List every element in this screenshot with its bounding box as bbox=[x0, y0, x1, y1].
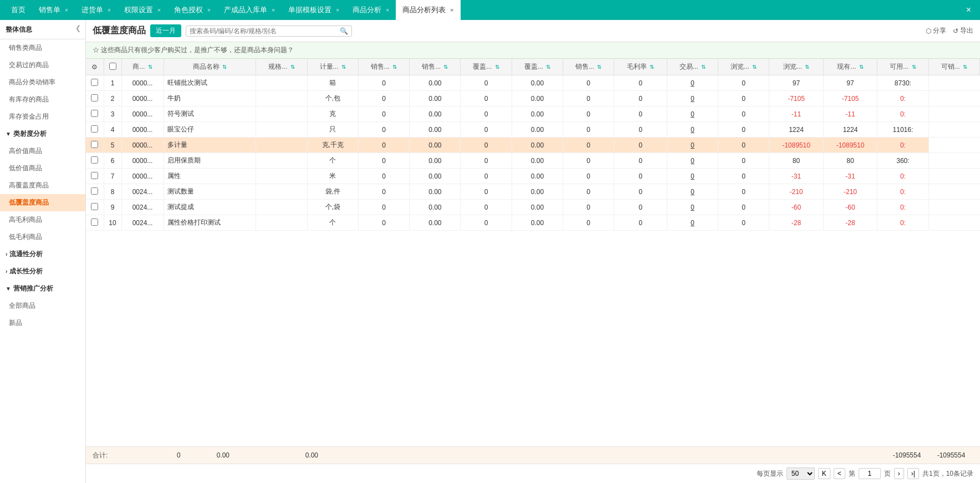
sidebar-item-high-coverage[interactable]: 高覆盖度商品 bbox=[0, 177, 85, 194]
sidebar-item-high-profit[interactable]: 高毛利商品 bbox=[0, 211, 85, 228]
col-unit[interactable]: 计量... ⇅ bbox=[307, 59, 358, 75]
close-roles-tab[interactable]: × bbox=[207, 7, 211, 13]
nav-tab-roles[interactable]: 角色授权 × bbox=[167, 0, 217, 20]
nav-tab-analysis[interactable]: 商品分析 × bbox=[346, 0, 396, 20]
sort-available-icon[interactable]: ⇅ bbox=[912, 64, 916, 70]
sidebar-item-high-value[interactable]: 高价值商品 bbox=[0, 143, 85, 160]
col-spec[interactable]: 规格... ⇅ bbox=[256, 59, 307, 75]
close-permissions-tab[interactable]: × bbox=[157, 7, 161, 13]
nav-tab-templates[interactable]: 单据模板设置 × bbox=[282, 0, 346, 20]
row-checkbox[interactable] bbox=[91, 218, 98, 226]
row-checkbox[interactable] bbox=[91, 125, 98, 133]
col-current[interactable]: 现有... ⇅ bbox=[823, 59, 877, 75]
browse-link[interactable]: 0 bbox=[691, 110, 695, 118]
sort-name-icon[interactable]: ⇅ bbox=[222, 64, 227, 70]
sort-sales2-icon[interactable]: ⇅ bbox=[443, 64, 448, 70]
col-sales1[interactable]: 销售... ⇅ bbox=[358, 59, 409, 75]
nav-tab-home[interactable]: 首页 bbox=[4, 0, 32, 20]
sort-trade-icon[interactable]: ⇅ bbox=[701, 64, 706, 70]
sort-cov2-icon[interactable]: ⇅ bbox=[546, 64, 550, 70]
col-name[interactable]: 商品名称 ⇅ bbox=[164, 59, 256, 75]
col-sellable[interactable]: 可销... ⇅ bbox=[928, 59, 979, 75]
browse-link[interactable]: 0 bbox=[691, 204, 695, 211]
nav-tab-permissions[interactable]: 权限设置 × bbox=[118, 0, 167, 20]
browse-link[interactable]: 0 bbox=[691, 141, 695, 149]
share-button[interactable]: ⬡ 分享 bbox=[926, 26, 946, 35]
select-all-checkbox[interactable] bbox=[109, 63, 116, 70]
page-input[interactable] bbox=[859, 468, 881, 479]
sort-sales3-icon[interactable]: ⇅ bbox=[597, 64, 601, 70]
row-checkbox[interactable] bbox=[91, 110, 98, 117]
col-cov2[interactable]: 覆盖... ⇅ bbox=[512, 59, 563, 75]
settings-icon[interactable]: ⚙ bbox=[91, 63, 98, 71]
nav-tab-sales[interactable]: 销售单 × bbox=[32, 0, 75, 20]
row-checkbox[interactable] bbox=[91, 203, 98, 210]
sidebar-item-low-coverage[interactable]: 低覆盖度商品 bbox=[0, 194, 85, 211]
search-icon[interactable]: 🔍 bbox=[340, 27, 348, 35]
row-checkbox[interactable] bbox=[91, 141, 98, 148]
sidebar-item-traded-goods[interactable]: 交易过的商品 bbox=[0, 57, 85, 74]
table-area[interactable]: ⚙ 商... ⇅ 商品名称 ⇅ 规格... ⇅ 计量... ⇅ 销售... ⇅ … bbox=[86, 59, 980, 446]
browse-link[interactable]: 0 bbox=[691, 157, 695, 165]
col-code[interactable]: 商... ⇅ bbox=[121, 59, 164, 75]
close-sales-tab[interactable]: × bbox=[65, 7, 68, 13]
sidebar-group-marketing[interactable]: ▼ 营销推广分析 bbox=[0, 280, 85, 297]
close-analysis-tab[interactable]: × bbox=[386, 7, 389, 13]
row-checkbox[interactable] bbox=[91, 156, 98, 164]
sort-cov1-icon[interactable]: ⇅ bbox=[495, 64, 499, 70]
sidebar-item-new-goods[interactable]: 新品 bbox=[0, 314, 85, 332]
sidebar-item-category-rate[interactable]: 商品分类动销率 bbox=[0, 74, 85, 91]
last-page-button[interactable]: ›| bbox=[907, 468, 919, 479]
close-analysis-list-tab[interactable]: × bbox=[450, 7, 453, 13]
col-browse1[interactable]: 浏览... ⇅ bbox=[718, 59, 769, 75]
sidebar-item-low-profit[interactable]: 低毛利商品 bbox=[0, 228, 85, 246]
row-checkbox[interactable] bbox=[91, 94, 98, 101]
close-templates-tab[interactable]: × bbox=[336, 7, 339, 13]
sidebar-group-growth[interactable]: › 成长性分析 bbox=[0, 263, 85, 280]
col-profit[interactable]: 毛利率 ⇅ bbox=[614, 59, 667, 75]
nav-tab-purchase[interactable]: 进货单 × bbox=[75, 0, 118, 20]
browse-link[interactable]: 0 bbox=[691, 95, 695, 103]
sidebar-header[interactable]: 整体信息 《 bbox=[0, 20, 85, 39]
browse-link[interactable]: 0 bbox=[691, 79, 695, 87]
nav-tab-products[interactable]: 产成品入库单 × bbox=[217, 0, 282, 20]
close-products-tab[interactable]: × bbox=[272, 7, 275, 13]
sort-sales1-icon[interactable]: ⇅ bbox=[392, 64, 397, 70]
close-all-button[interactable]: × bbox=[962, 5, 976, 15]
per-page-select[interactable]: 50 10 20 100 bbox=[787, 467, 815, 480]
sidebar-group-circulation[interactable]: › 流通性分析 bbox=[0, 246, 85, 263]
browse-link[interactable]: 0 bbox=[691, 126, 695, 134]
first-page-button[interactable]: K bbox=[818, 468, 830, 479]
row-checkbox[interactable] bbox=[91, 172, 98, 179]
sidebar-collapse-btn[interactable]: 《 bbox=[72, 24, 80, 34]
col-settings[interactable]: ⚙ bbox=[86, 59, 104, 75]
col-sales3[interactable]: 销售... ⇅ bbox=[563, 59, 614, 75]
sort-code-icon[interactable]: ⇅ bbox=[148, 64, 152, 70]
sort-browse2-icon[interactable]: ⇅ bbox=[805, 64, 809, 70]
period-button[interactable]: 近一月 bbox=[150, 24, 181, 37]
sort-sellable-icon[interactable]: ⇅ bbox=[963, 64, 967, 70]
sidebar-item-in-stock[interactable]: 有库存的商品 bbox=[0, 91, 85, 108]
col-trade[interactable]: 交易... ⇅ bbox=[667, 59, 718, 75]
sidebar-group-coverage[interactable]: ▼ 类射度分析 bbox=[0, 125, 85, 143]
close-purchase-tab[interactable]: × bbox=[108, 7, 111, 13]
sort-profit-icon[interactable]: ⇅ bbox=[650, 64, 654, 70]
sidebar-item-sales-goods[interactable]: 销售类商品 bbox=[0, 39, 85, 57]
row-checkbox[interactable] bbox=[91, 79, 98, 86]
next-page-button[interactable]: › bbox=[894, 468, 904, 479]
col-sales2[interactable]: 销售... ⇅ bbox=[410, 59, 461, 75]
export-button[interactable]: ↺ 导出 bbox=[953, 26, 973, 35]
nav-tab-analysis-list[interactable]: 商品分析列表 × bbox=[396, 0, 460, 20]
col-cov1[interactable]: 覆盖... ⇅ bbox=[461, 59, 512, 75]
search-input[interactable] bbox=[190, 27, 340, 35]
sidebar-item-low-value[interactable]: 低价值商品 bbox=[0, 160, 85, 177]
sort-spec-icon[interactable]: ⇅ bbox=[290, 64, 295, 70]
browse-link[interactable]: 0 bbox=[691, 219, 695, 227]
browse-link[interactable]: 0 bbox=[691, 188, 695, 196]
row-checkbox[interactable] bbox=[91, 187, 98, 195]
sort-current-icon[interactable]: ⇅ bbox=[859, 64, 864, 70]
sort-unit-icon[interactable]: ⇅ bbox=[341, 64, 346, 70]
sidebar-item-stock-funds[interactable]: 库存资金占用 bbox=[0, 108, 85, 125]
col-available[interactable]: 可用... ⇅ bbox=[877, 59, 928, 75]
browse-link[interactable]: 0 bbox=[691, 172, 695, 180]
